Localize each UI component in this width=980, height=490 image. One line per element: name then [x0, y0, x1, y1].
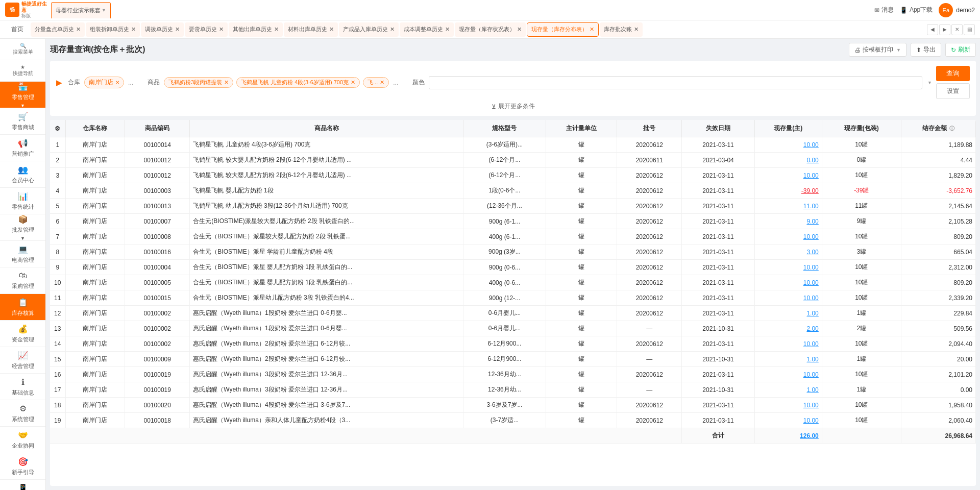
cell-qty-main[interactable]: 10.00	[754, 367, 822, 382]
tab-other-out[interactable]: 其他出库单历史 ✕	[229, 22, 283, 37]
cell-amount: -3,652.76	[901, 183, 975, 199]
close-icon[interactable]: ✕	[274, 26, 279, 33]
warehouse-tag[interactable]: 南岸门店 ✕	[84, 77, 124, 88]
cell-qty-main[interactable]: 9.00	[754, 214, 822, 229]
color-dropdown[interactable]	[429, 76, 922, 89]
close-icon[interactable]: ✕	[445, 26, 450, 33]
close-icon[interactable]: ✕	[634, 26, 639, 33]
sidebar-item-retail-stats[interactable]: 📊 零售统计	[0, 188, 45, 214]
cell-qty-main[interactable]: 10.00	[754, 168, 822, 183]
cell-qty-main[interactable]: 1.00	[754, 306, 822, 321]
tab-inventory-dist[interactable]: 现存量（库存分布表） ✕	[527, 22, 599, 37]
cell-expire: 2021-03-11	[682, 229, 754, 244]
cell-amount: 0.00	[901, 382, 975, 398]
cell-qty-main[interactable]: 10.00	[754, 260, 822, 275]
tab-inventory-status[interactable]: 现存量（库存状况表） ✕	[455, 22, 526, 37]
sidebar-item-member[interactable]: 👥 会员中心	[0, 161, 45, 188]
tab-cost[interactable]: 成本调整单历史 ✕	[400, 22, 454, 37]
sidebar-item-retail-mall[interactable]: 🛒 零售商城	[0, 108, 45, 135]
cell-spec: 6-12月900...	[463, 352, 546, 367]
close-icon[interactable]: ✕	[131, 26, 136, 33]
tab-menu-btn[interactable]: ▤	[964, 24, 975, 35]
setting-btn[interactable]: 设置	[936, 83, 970, 99]
th-settings[interactable]: ⚙	[50, 120, 65, 137]
sidebar-item-purchase[interactable]: 🛍 采购管理	[0, 267, 45, 294]
sidebar-item-quicknav[interactable]: ★ 快捷导航	[0, 60, 45, 82]
cell-qty-main[interactable]: 1.00	[754, 352, 822, 367]
tab-diaob[interactable]: 调拨单历史 ✕	[141, 22, 184, 37]
cell-qty-main[interactable]: 10.00	[754, 275, 822, 290]
filter-expand-left[interactable]: ▶	[56, 79, 62, 87]
cell-no: 2	[50, 153, 65, 168]
cell-qty-main[interactable]: 10.00	[754, 413, 822, 428]
product-tag-2[interactable]: 飞鹤星飞帆 儿童奶粉 4段(3-6岁适用) 700克 ✕	[236, 77, 360, 88]
cell-qty-main[interactable]: 10.00	[754, 137, 822, 153]
sidebar-item-guide[interactable]: 🎯 新手引导	[0, 453, 45, 480]
dropdown-tab[interactable]: 母婴行业演示账套 ▼	[51, 2, 111, 18]
close-icon[interactable]: ✕	[390, 26, 395, 33]
product-more[interactable]: ...	[393, 79, 398, 86]
home-tab[interactable]: 首页	[5, 22, 30, 37]
product-tag-3-remove[interactable]: ✕	[380, 79, 384, 86]
tab-next-btn[interactable]: ▶	[939, 24, 950, 35]
expand-conditions[interactable]: ⊻ 展开更多条件	[492, 102, 535, 111]
app-download-btn[interactable]: 📱 App下载	[900, 6, 933, 14]
user-area[interactable]: Ea demo2	[939, 3, 975, 17]
close-icon[interactable]: ✕	[219, 26, 224, 33]
sidebar-item-ecommerce[interactable]: 💻 电商管理	[0, 241, 45, 267]
cell-qty-main[interactable]: 3.00	[754, 244, 822, 260]
cell-qty-main[interactable]: 0.00	[754, 153, 822, 168]
cell-qty-main[interactable]: -39.00	[754, 183, 822, 199]
query-btn[interactable]: 查询	[936, 66, 970, 81]
sidebar-item-operations[interactable]: 📈 经营管理	[0, 347, 45, 374]
cell-qty-main[interactable]: 10.00	[754, 336, 822, 352]
sidebar-item-basic[interactable]: ℹ 基础信息	[0, 374, 45, 400]
cell-qty-main[interactable]: 11.00	[754, 199, 822, 214]
cell-qty-main[interactable]: 10.00	[754, 398, 822, 413]
product-tag-3[interactable]: 飞... ✕	[363, 77, 389, 88]
close-icon[interactable]: ✕	[517, 26, 522, 33]
table-row: 4 南岸门店 00100003 飞鹤星飞帆 婴儿配方奶粉 1段 1段(0-6个.…	[50, 183, 976, 199]
tab-prev-btn[interactable]: ◀	[927, 24, 938, 35]
close-icon[interactable]: ✕	[76, 26, 81, 33]
info-icon[interactable]: ⓘ	[949, 126, 954, 131]
sidebar-item-appcenter[interactable]: 📱 应用中心	[0, 480, 45, 490]
sidebar-item-inventory[interactable]: 📋 库存核算	[0, 294, 45, 321]
sidebar-item-retail[interactable]: 🏪 零售管理 ▼	[0, 82, 45, 108]
cell-qty-main[interactable]: 2.00	[754, 321, 822, 336]
cell-qty-main[interactable]: 10.00	[754, 229, 822, 244]
tab-zuhe[interactable]: 组装拆卸单历史 ✕	[86, 22, 140, 37]
message-btn[interactable]: ✉ 消息	[874, 6, 894, 14]
product-tag-1-remove[interactable]: ✕	[224, 79, 229, 86]
product-tag-1[interactable]: 飞鹤奶粉3段丙罐提装 ✕	[164, 77, 233, 88]
sidebar-item-wholesale[interactable]: 📦 批发管理 ▼	[0, 214, 45, 241]
tab-product-in[interactable]: 产成品入库单历史 ✕	[339, 22, 399, 37]
export-btn[interactable]: ⬆ 导出	[911, 43, 941, 57]
tab-nav-arrows: ◀ ▶ ✕ ▤	[927, 24, 975, 35]
close-icon[interactable]: ✕	[590, 26, 594, 33]
sidebar-item-collab[interactable]: 🤝 企业协同	[0, 427, 45, 453]
tab-yaohuo[interactable]: 要货单历史 ✕	[185, 22, 228, 37]
sidebar-item-search[interactable]: 🔍 搜索菜单	[0, 39, 45, 60]
refresh-btn[interactable]: ↻ 刷新	[945, 43, 976, 57]
close-icon[interactable]: ✕	[175, 26, 180, 33]
sidebar-item-marketing[interactable]: 📢 营销推广	[0, 135, 45, 161]
print-btn[interactable]: 🖨 按模板打印 ▼	[849, 43, 906, 57]
warehouse-more[interactable]: ...	[128, 79, 133, 86]
cell-qty-main[interactable]: 10.00	[754, 290, 822, 306]
product-filter-label: 商品	[148, 78, 160, 87]
tab-close-btn[interactable]: ✕	[951, 24, 963, 35]
warehouse-remove-icon[interactable]: ✕	[115, 80, 119, 85]
close-icon[interactable]: ✕	[329, 26, 334, 33]
cell-qty-main[interactable]: 1.00	[754, 382, 822, 398]
cell-qty-pkg: 1罐	[822, 306, 901, 321]
dropdown-arrow-icon: ▼	[102, 8, 106, 13]
tab-batch-account[interactable]: 库存批次账 ✕	[600, 22, 643, 37]
sidebar-item-finance[interactable]: 💰 资金管理	[0, 321, 45, 347]
sidebar-item-system[interactable]: ⚙ 系统管理	[0, 400, 45, 427]
cell-batch: 20200612	[617, 336, 682, 352]
settings-icon[interactable]: ⚙	[55, 125, 60, 132]
product-tag-2-remove[interactable]: ✕	[351, 79, 355, 86]
tab-material[interactable]: 材料出库单历史 ✕	[284, 22, 338, 37]
tab-fenpan[interactable]: 分量盘点单历史 ✕	[31, 22, 85, 37]
